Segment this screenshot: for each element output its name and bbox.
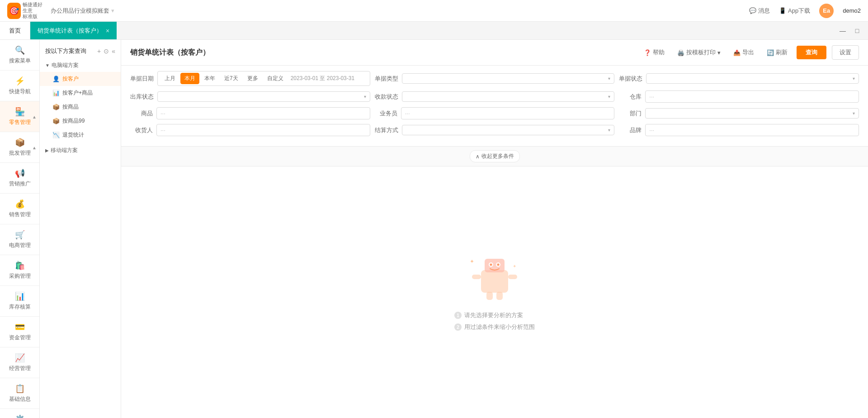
brand-select[interactable]: ··· xyxy=(645,124,859,136)
receipt-status-select[interactable]: ▾ xyxy=(402,91,615,102)
filter-receipt-status: 收款状态 ▾ xyxy=(375,90,615,103)
scheme-item-by-customer-product[interactable]: 📊 按客户+商品 xyxy=(40,86,121,100)
export-icon: 📤 xyxy=(733,49,741,56)
bill-status-label: 单据状态 xyxy=(619,75,642,83)
filter-brand: 品牌 ··· xyxy=(619,124,859,136)
sidebar-item-finance-label: 资金管理 xyxy=(9,334,31,342)
sidebar-item-finance[interactable]: 💳 资金管理 xyxy=(0,317,39,347)
filter-dept: 部门 ▾ xyxy=(619,107,859,119)
sidebar: 🔍 搜索菜单 ⚡ 快捷导航 🏪 零售管理 ▲ 📦 批发管理 ▲ 📢 营销推广 💰… xyxy=(0,40,40,418)
print-arrow: ▾ xyxy=(717,49,721,56)
logo-icon: 🎯 xyxy=(7,3,21,19)
filter-row-2: 出库状态 ▾ 收款状态 ▾ 仓库 ··· xyxy=(130,90,859,103)
sidebar-item-inventory[interactable]: 📊 库存核算 xyxy=(0,286,39,317)
app-download-button[interactable]: 📱 App下载 xyxy=(779,7,810,15)
bill-type-arrow: ▾ xyxy=(608,76,610,81)
salesperson-select[interactable]: ··· xyxy=(401,107,615,119)
warehouse-select[interactable]: ··· xyxy=(645,90,859,103)
sidebar-item-sales[interactable]: 💰 销售管理 xyxy=(0,194,39,224)
settlement-select[interactable]: ▾ xyxy=(402,125,615,135)
svg-point-4 xyxy=(490,264,492,266)
date-tab-this-month[interactable]: 本月 xyxy=(180,73,199,84)
desktop-section-title[interactable]: ▼ 电脑端方案 xyxy=(40,59,121,72)
receipt-status-label: 收款状态 xyxy=(375,93,398,101)
sidebar-item-basic[interactable]: 📋 基础信息 xyxy=(0,378,39,409)
bill-status-select[interactable]: ▾ xyxy=(646,73,859,84)
sidebar-item-wholesale[interactable]: 📦 批发管理 ▲ xyxy=(0,132,39,163)
sidebar-item-retail[interactable]: 🏪 零售管理 ▲ xyxy=(0,101,39,132)
date-tab-this-year[interactable]: 本年 xyxy=(200,73,219,84)
sub-panel-header-icons: + ⊙ « xyxy=(97,48,115,55)
sidebar-item-quick-nav[interactable]: ⚡ 快捷导航 xyxy=(0,71,39,101)
system-icon: ⚙️ xyxy=(15,414,25,418)
sidebar-item-marketing-label: 营销推广 xyxy=(9,180,31,188)
message-button[interactable]: 💬 消息 xyxy=(749,7,770,15)
refresh-button[interactable]: 🔄 刷新 xyxy=(763,47,791,58)
sidebar-item-system[interactable]: ⚙️ 系统管理 xyxy=(0,409,39,418)
settlement-label: 结算方式 xyxy=(375,126,398,134)
collapse-scheme-button[interactable]: « xyxy=(112,48,115,55)
tab-close-button[interactable]: × xyxy=(106,27,109,34)
empty-tip-1: 1 请先选择要分析的方案 xyxy=(454,311,535,319)
bill-type-select[interactable]: ▾ xyxy=(402,73,615,84)
date-tab-custom[interactable]: 自定义 xyxy=(263,73,288,84)
settings-button[interactable]: 设置 xyxy=(832,45,859,60)
header-right: 💬 消息 📱 App下载 Ea demo2 xyxy=(749,4,861,18)
operations-icon: 📈 xyxy=(15,353,25,363)
avatar[interactable]: Ea xyxy=(819,4,834,18)
mobile-section-arrow: ▶ xyxy=(45,148,49,153)
tab-maximize-button[interactable]: □ xyxy=(852,25,863,36)
svg-rect-8 xyxy=(486,292,493,300)
sidebar-item-search[interactable]: 🔍 搜索菜单 xyxy=(0,40,39,71)
tab-home[interactable]: 首页 xyxy=(0,22,30,39)
sidebar-item-ecommerce[interactable]: 🛒 电商管理 xyxy=(0,224,39,255)
tab-active[interactable]: 销货单统计表（按客户） × xyxy=(30,22,117,39)
scheme-item-by-product-99[interactable]: 📦 按商品99 xyxy=(40,114,121,128)
recipient-value: ··· xyxy=(160,127,366,133)
mobile-section-title[interactable]: ▶ 移动端方案 xyxy=(40,144,121,157)
date-tab-more[interactable]: 更多 xyxy=(243,73,262,84)
page-actions: ❓ 帮助 🖨️ 按模板打印 ▾ 📤 导出 🔄 刷新 查询 设置 xyxy=(640,45,859,60)
dept-arrow: ▾ xyxy=(853,111,855,116)
collapse-label: 收起更多条件 xyxy=(481,152,514,160)
tab-minimize-button[interactable]: — xyxy=(837,25,848,36)
help-button[interactable]: ❓ 帮助 xyxy=(640,47,668,58)
sidebar-item-operations[interactable]: 📈 经营管理 xyxy=(0,347,39,378)
desktop-section-label: 电脑端方案 xyxy=(52,62,79,69)
dept-select[interactable]: ▾ xyxy=(645,108,859,119)
goods-select[interactable]: ··· xyxy=(156,107,370,119)
salesperson-value: ··· xyxy=(405,110,611,117)
print-icon: 🖨️ xyxy=(677,49,684,56)
empty-tips: 1 请先选择要分析的方案 2 用过滤条件来缩小分析范围 xyxy=(454,311,535,335)
goods-label: 商品 xyxy=(130,109,153,118)
scheme-item-by-customer[interactable]: 👤 按客户 xyxy=(40,72,121,86)
date-tab-last-month[interactable]: 上月 xyxy=(160,73,179,84)
filter-goods: 商品 ··· xyxy=(130,107,370,119)
export-button[interactable]: 📤 导出 xyxy=(730,47,758,58)
settings-scheme-button[interactable]: ⊙ xyxy=(104,48,109,55)
recipient-select[interactable]: ··· xyxy=(156,124,370,136)
date-tab-7days[interactable]: 近7天 xyxy=(220,73,242,84)
message-icon: 💬 xyxy=(749,7,756,14)
sidebar-item-purchase[interactable]: 🛍️ 采购管理 xyxy=(0,255,39,286)
by-customer-product-icon: 📊 xyxy=(52,90,60,96)
sidebar-item-marketing[interactable]: 📢 营销推广 xyxy=(0,163,39,194)
user-name[interactable]: demo2 xyxy=(843,7,861,14)
by-product-99-icon: 📦 xyxy=(52,118,60,124)
scheme-item-by-product[interactable]: 📦 按商品 xyxy=(40,100,121,114)
collapse-button[interactable]: ∧ 收起更多条件 xyxy=(470,150,520,162)
message-label: 消息 xyxy=(758,7,770,15)
empty-state: ✦ ✦ 1 请先选择要分析的方案 2 用过滤条件来缩小分析范围 xyxy=(121,166,868,418)
filter-warehouse: 仓库 ··· xyxy=(619,90,859,103)
scheme-item-return-stats[interactable]: 📉 退货统计 xyxy=(40,128,121,142)
add-scheme-button[interactable]: + xyxy=(97,48,101,55)
tab-bar: 首页 销货单统计表（按客户） × — □ xyxy=(0,22,868,40)
print-button[interactable]: 🖨️ 按模板打印 ▾ xyxy=(674,47,724,58)
purchase-icon: 🛍️ xyxy=(15,261,25,271)
sidebar-item-sales-label: 销售管理 xyxy=(9,211,31,218)
query-button[interactable]: 查询 xyxy=(797,46,826,59)
out-status-select[interactable]: ▾ xyxy=(157,91,370,102)
main-layout: 🔍 搜索菜单 ⚡ 快捷导航 🏪 零售管理 ▲ 📦 批发管理 ▲ 📢 营销推广 💰… xyxy=(0,40,868,418)
collapse-row: ∧ 收起更多条件 xyxy=(121,147,868,166)
sales-icon: 💰 xyxy=(15,199,25,209)
